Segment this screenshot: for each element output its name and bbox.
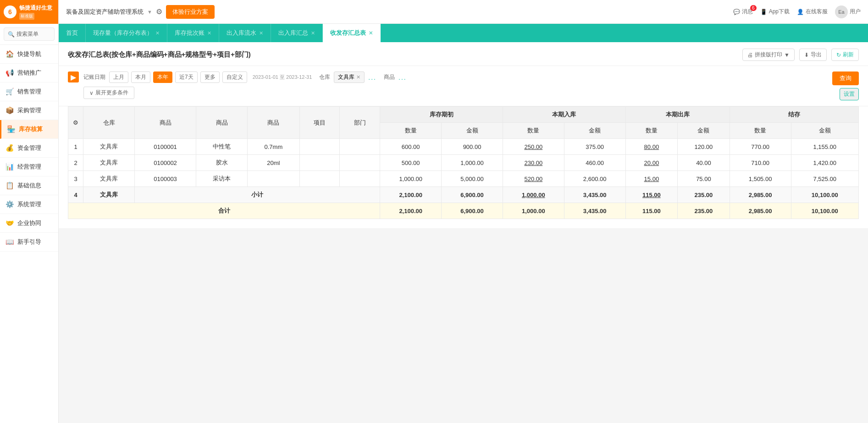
sidebar-item-finance[interactable]: 💰 资金管理: [0, 139, 58, 158]
col-bal-amt-header: 金额: [791, 123, 858, 139]
this-year-btn[interactable]: 本年: [153, 71, 172, 83]
col-settings-header[interactable]: ⚙: [68, 107, 83, 139]
search-menu-button[interactable]: 🔍 搜索菜单: [4, 27, 55, 41]
last7days-btn[interactable]: 近7天: [175, 71, 198, 83]
goods-filter: 商品 ...: [384, 73, 407, 81]
col-code-header: 商品: [135, 107, 196, 139]
col-name-header: 商品: [196, 107, 247, 139]
last-month-btn[interactable]: 上月: [109, 71, 128, 83]
search-icon: 🔍: [8, 31, 15, 38]
row-out-qty[interactable]: 80.00: [625, 139, 678, 155]
row-spec: [248, 171, 300, 187]
system-dropdown-icon[interactable]: ▼: [147, 9, 152, 15]
total-in-amt: 3,435.00: [564, 203, 625, 219]
row-name: 采访本: [196, 171, 247, 187]
sidebar-item-quick[interactable]: 🏠 快捷导航: [0, 45, 58, 64]
user-action[interactable]: Ea 用户: [835, 5, 861, 18]
tab-label: 首页: [66, 29, 78, 37]
row-in-qty[interactable]: 250.00: [503, 139, 564, 155]
tab-batch[interactable]: 库存批次账✕: [167, 24, 219, 42]
this-month-btn[interactable]: 本月: [131, 71, 150, 83]
tab-label: 收发存汇总表: [330, 29, 366, 37]
row-no: 3: [68, 171, 83, 187]
col-in-amt-header: 金额: [564, 123, 625, 139]
warehouse-tag-text: 文具库: [338, 73, 354, 81]
col-opening-header: 库存期初: [380, 107, 503, 123]
total-out-qty: 115.00: [625, 203, 678, 219]
row-out-qty[interactable]: 20.00: [625, 155, 678, 171]
app-download-action[interactable]: 📱 App下载: [760, 8, 790, 16]
row-open-qty: 600.00: [380, 139, 442, 155]
page-container: 收发存汇总表(按仓库+商品编码+商品+规格型号+项目+部门) 🖨 拼接版打印 ▼…: [59, 42, 868, 228]
total-label: 合计: [68, 203, 380, 219]
sidebar-item-inventory[interactable]: 🏪 库存核算: [0, 120, 58, 139]
more-date-btn[interactable]: 更多: [200, 71, 220, 83]
warehouse-more-dots[interactable]: ...: [368, 74, 376, 81]
sidebar-item-purchase[interactable]: 📦 采购管理: [0, 101, 58, 120]
row-no: 2: [68, 155, 83, 171]
sidebar-item-label: 快捷导航: [17, 50, 41, 58]
query-button[interactable]: 查询: [832, 71, 859, 85]
goods-label: 商品: [384, 73, 395, 81]
row-project: [299, 171, 340, 187]
filter-settings-button[interactable]: 设置: [840, 88, 859, 100]
row-in-qty[interactable]: 520.00: [503, 171, 564, 187]
row-name: 胶水: [196, 155, 247, 171]
col-open-amt-header: 金额: [442, 123, 503, 139]
tab-close-icon[interactable]: ✕: [207, 30, 211, 36]
subtotal-row: 4 文具库 小计 2,100.00 6,900.00 1,000.00 3,43…: [68, 187, 859, 203]
tab-close-icon[interactable]: ✕: [155, 30, 160, 36]
sidebar-item-label: 基础信息: [17, 181, 41, 190]
sidebar-item-operation[interactable]: 📊 经营管理: [0, 158, 58, 176]
sub-label: 小计: [135, 187, 380, 203]
trial-button[interactable]: 体验行业方案: [166, 5, 215, 19]
tab-close-icon[interactable]: ✕: [259, 30, 263, 36]
page-title: 收发存汇总表(按仓库+商品编码+商品+规格型号+项目+部门): [68, 50, 251, 59]
sidebar-item-basic[interactable]: 📋 基础信息: [0, 176, 58, 195]
row-out-qty[interactable]: 15.00: [625, 171, 678, 187]
sidebar-item-sales[interactable]: 🛒 销售管理: [0, 82, 58, 101]
tab-home[interactable]: 首页: [59, 24, 86, 42]
total-open-qty: 2,100.00: [380, 203, 442, 219]
message-action[interactable]: 💬 消息 6: [733, 8, 753, 16]
finance-icon: 💰: [6, 144, 14, 152]
sub-out-qty[interactable]: 115.00: [625, 187, 678, 203]
sidebar-item-marketing[interactable]: 📢 营销推广: [0, 64, 58, 82]
print-button[interactable]: 🖨 拼接版打印 ▼: [742, 49, 795, 61]
sidebar-item-collab[interactable]: 🤝 企业协同: [0, 214, 58, 233]
export-button[interactable]: ⬇ 导出: [799, 49, 827, 61]
tab-close-icon[interactable]: ✕: [369, 30, 373, 36]
sub-in-qty[interactable]: 1,000.00: [503, 187, 564, 203]
goods-more-dots[interactable]: ...: [398, 74, 407, 81]
row-in-qty[interactable]: 230.00: [503, 155, 564, 171]
row-in-amt: 375.00: [564, 139, 625, 155]
guide-icon: 📖: [6, 238, 14, 246]
top-header: 装备及固定资产辅助管理系统 ▼ ⚙ 体验行业方案 💬 消息 6 📱 App下载 …: [59, 0, 868, 24]
inventory-icon: 🏪: [7, 125, 15, 133]
warehouse-tag-close[interactable]: ✕: [356, 74, 360, 80]
col-spec-header: 商品: [248, 107, 300, 139]
tab-recv_send[interactable]: 收发存汇总表✕: [323, 24, 381, 42]
row-spec: 0.7mm: [248, 139, 300, 155]
tab-inventory[interactable]: 现存量（库存分布表）✕: [86, 24, 167, 42]
header-right: 💬 消息 6 📱 App下载 👤 在线客服 Ea 用户: [733, 5, 861, 18]
tabs-bar: 首页现存量（库存分布表）✕库存批次账✕出入库流水✕出入库汇总✕收发存汇总表✕: [59, 24, 868, 42]
sales-icon: 🛒: [6, 88, 14, 96]
online-service-action[interactable]: 👤 在线客服: [797, 8, 828, 16]
tab-close-icon[interactable]: ✕: [311, 30, 315, 36]
expand-conditions-btn[interactable]: ∨ 展开更多条件: [83, 87, 134, 99]
table-row: 3 文具库 0100003 采访本 1,000.00 5,000.00 520.…: [68, 171, 859, 187]
row-bal-qty: 770.00: [730, 139, 791, 155]
sidebar-item-system[interactable]: ⚙️ 系统管理: [0, 195, 58, 214]
custom-date-btn[interactable]: 自定义: [222, 71, 247, 83]
refresh-button[interactable]: ↻ 刷新: [831, 49, 859, 61]
filter-toggle-icon[interactable]: ▶: [68, 71, 79, 82]
service-icon: 👤: [797, 9, 804, 15]
col-bal-qty-header: 数量: [730, 123, 791, 139]
settings-icon[interactable]: ⚙: [156, 7, 162, 16]
tab-inout_summary[interactable]: 出入库汇总✕: [271, 24, 323, 42]
row-code: 0100002: [135, 155, 196, 171]
tab-inout_flow[interactable]: 出入库流水✕: [219, 24, 271, 42]
sidebar-item-guide[interactable]: 📖 新手引导: [0, 233, 58, 252]
row-open-qty: 1,000.00: [380, 171, 442, 187]
